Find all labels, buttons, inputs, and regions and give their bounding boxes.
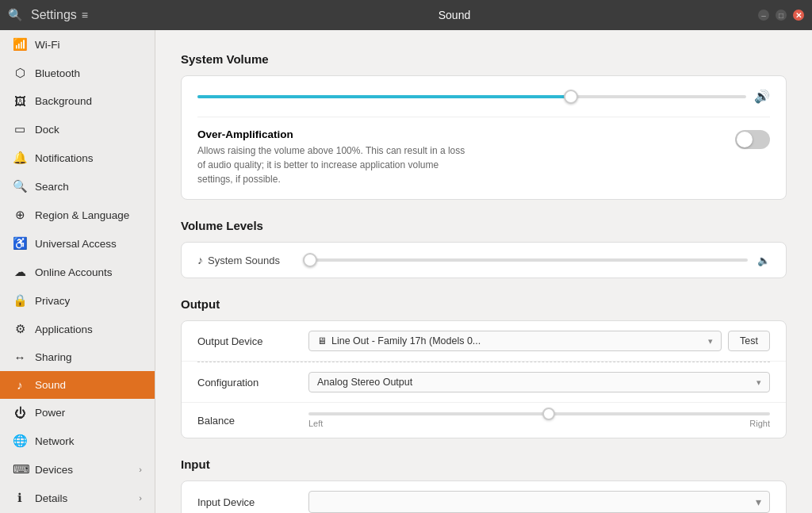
sidebar-label-wifi: Wi-Fi	[35, 39, 59, 51]
power-icon: ⏻	[13, 406, 27, 419]
output-balance-label: Balance	[197, 415, 308, 427]
volume-speaker-icon: 🔊	[754, 89, 770, 104]
balance-track[interactable]	[308, 412, 770, 415]
volume-levels-title: Volume Levels	[181, 219, 787, 232]
sidebar-item-details[interactable]: ℹ Details ›	[0, 484, 155, 512]
sidebar-label-dock: Dock	[35, 124, 59, 136]
sidebar-label-network: Network	[35, 435, 75, 447]
online-accounts-icon: ☁	[13, 265, 27, 279]
input-title: Input	[181, 457, 787, 471]
settings-label: Settings	[31, 8, 77, 22]
output-card: Output Device 🖥 Line Out - Family 17h (M…	[181, 320, 787, 438]
sidebar-item-bluetooth[interactable]: ⬡ Bluetooth	[0, 59, 155, 87]
output-device-row: Output Device 🖥 Line Out - Family 17h (M…	[182, 321, 786, 362]
balance-right-label: Right	[749, 419, 770, 428]
sidebar-item-sound[interactable]: ♪ Sound	[0, 371, 155, 399]
over-amplification-text: Over-Amplification Allows raising the vo…	[197, 128, 467, 186]
sidebar-item-online-accounts[interactable]: ☁ Online Accounts	[0, 258, 155, 286]
sidebar-label-applications: Applications	[35, 323, 93, 335]
maximize-button[interactable]: □	[776, 10, 787, 21]
sidebar-item-search[interactable]: 🔍 Search	[0, 172, 155, 201]
sidebar-item-network[interactable]: 🌐 Network	[0, 427, 155, 455]
sidebar-item-universal-access[interactable]: ♿ Universal Access	[0, 229, 155, 258]
background-icon: 🖼	[13, 94, 27, 108]
output-device-value: Line Out - Family 17h (Models 0...	[331, 335, 481, 346]
over-amp-description: Allows raising the volume above 100%. Th…	[197, 144, 467, 186]
over-amp-toggle[interactable]	[735, 130, 770, 149]
sharing-icon: ↔	[13, 350, 27, 364]
search-icon[interactable]: 🔍	[8, 8, 23, 22]
output-config-dropdown[interactable]: Analog Stereo Output ▾	[308, 372, 770, 392]
output-config-control: Analog Stereo Output ▾	[308, 372, 770, 392]
toggle-knob	[737, 132, 753, 147]
sidebar-label-background: Background	[35, 95, 92, 107]
output-config-arrow: ▾	[756, 377, 761, 388]
output-device-dropdown[interactable]: 🖥 Line Out - Family 17h (Models 0... ▾	[308, 331, 722, 351]
sound-icon: ♪	[13, 378, 27, 392]
sidebar-label-universal-access: Universal Access	[35, 238, 117, 250]
sidebar-label-sound: Sound	[35, 379, 66, 391]
output-device-label: Output Device	[197, 335, 308, 347]
volume-levels-card: ♪ System Sounds 🔈	[181, 242, 787, 278]
dock-icon: ▭	[13, 122, 27, 136]
balance-slider-row	[308, 412, 770, 415]
system-volume-slider-row: 🔊	[197, 89, 770, 104]
wifi-icon: 📶	[13, 37, 27, 52]
titlebar: 🔍 Settings ≡ Sound – □ ✕	[0, 0, 812, 30]
menu-icon[interactable]: ≡	[82, 9, 88, 21]
details-icon: ℹ	[13, 491, 27, 505]
universal-access-icon: ♿	[13, 236, 27, 251]
sidebar-label-details: Details	[35, 492, 67, 504]
volume-fill	[197, 95, 571, 98]
over-amp-title: Over-Amplification	[197, 128, 467, 140]
system-volume-card: 🔊 Over-Amplification Allows raising the …	[181, 75, 787, 200]
output-balance-row: Balance Left Right	[182, 403, 786, 438]
sidebar-item-privacy[interactable]: 🔒 Privacy	[0, 286, 155, 315]
sidebar-item-background[interactable]: 🖼 Background	[0, 87, 155, 115]
sounds-track	[310, 258, 748, 262]
balance-labels: Left Right	[308, 419, 770, 428]
close-button[interactable]: ✕	[793, 10, 804, 21]
input-device-dropdown[interactable]: ▾	[308, 491, 770, 513]
system-sounds-label: ♪ System Sounds	[197, 254, 301, 266]
volume-track	[197, 95, 746, 98]
over-amplification-row: Over-Amplification Allows raising the vo…	[197, 117, 770, 186]
sidebar-label-notifications: Notifications	[35, 152, 94, 164]
system-volume-slider[interactable]	[197, 95, 746, 98]
sidebar-item-dock[interactable]: ▭ Dock	[0, 115, 155, 144]
sidebar-label-power: Power	[35, 407, 65, 419]
minimize-button[interactable]: –	[758, 10, 769, 21]
network-icon: 🌐	[13, 434, 27, 448]
input-device-label: Input Device	[197, 496, 308, 508]
balance-thumb[interactable]	[542, 408, 555, 420]
balance-left-label: Left	[308, 419, 323, 428]
output-config-value: Analog Stereo Output	[317, 377, 412, 388]
region-icon: ⊕	[13, 208, 27, 222]
system-sounds-text: System Sounds	[208, 255, 280, 266]
system-sounds-icon: ♪	[197, 254, 203, 266]
test-button[interactable]: Test	[728, 331, 770, 351]
volume-thumb[interactable]	[564, 90, 578, 104]
sidebar-label-search: Search	[35, 181, 69, 193]
titlebar-search-area: 🔍 Settings ≡	[8, 8, 151, 22]
sidebar: 📶 Wi-Fi ⬡ Bluetooth 🖼 Background ▭ Dock …	[0, 30, 155, 513]
sidebar-item-sharing[interactable]: ↔ Sharing	[0, 343, 155, 371]
sidebar-label-devices: Devices	[35, 464, 73, 476]
system-volume-title: System Volume	[181, 52, 787, 66]
privacy-icon: 🔒	[13, 293, 27, 308]
sounds-thumb[interactable]	[303, 253, 317, 267]
sidebar-label-online-accounts: Online Accounts	[35, 266, 113, 278]
output-device-icon: 🖥	[317, 335, 327, 346]
input-device-control: ▾	[308, 491, 770, 513]
sidebar-item-notifications[interactable]: 🔔 Notifications	[0, 144, 155, 172]
sidebar-item-devices[interactable]: ⌨ Devices ›	[0, 455, 155, 484]
sidebar-item-region-language[interactable]: ⊕ Region & Language	[0, 201, 155, 229]
system-sounds-slider[interactable]	[310, 258, 748, 262]
output-device-control: 🖥 Line Out - Family 17h (Models 0... ▾ T…	[308, 331, 770, 351]
sidebar-item-power[interactable]: ⏻ Power	[0, 399, 155, 427]
window-title: Sound	[151, 9, 758, 21]
devices-icon: ⌨	[13, 462, 27, 477]
sidebar-item-applications[interactable]: ⚙ Applications	[0, 315, 155, 343]
sidebar-item-wifi[interactable]: 📶 Wi-Fi	[0, 30, 155, 59]
balance-slider-wrap: Left Right	[308, 412, 770, 428]
